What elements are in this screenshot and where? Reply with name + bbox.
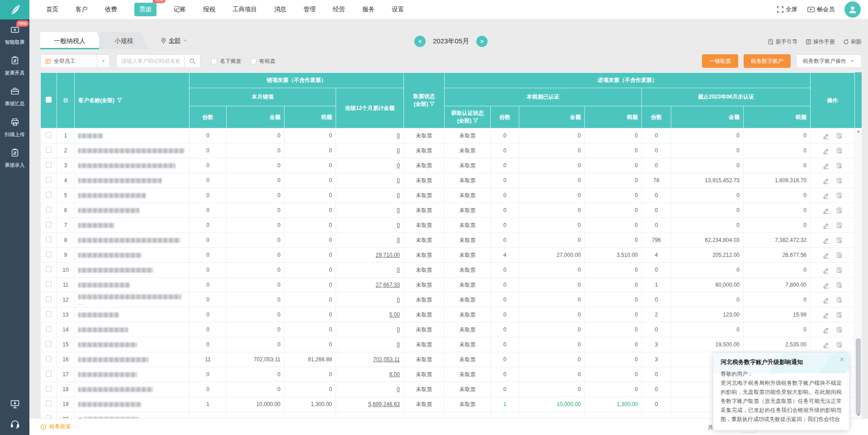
cell-cumulative-12m-link[interactable]: 0 — [336, 233, 404, 248]
sidebar-item-3[interactable]: 票据汇总 — [0, 81, 29, 112]
cell-cumulative-12m-link[interactable]: 0 — [336, 382, 404, 397]
cell-cumulative-12m-link[interactable]: 0 — [336, 263, 404, 278]
prev-month-button[interactable]: < — [414, 36, 426, 47]
cell-cumulative-12m-link[interactable]: 0 — [336, 293, 404, 307]
row-checkbox[interactable] — [41, 158, 57, 173]
checkbox-own-accounts[interactable]: 名下账套 — [211, 57, 242, 65]
sidebar-item-2[interactable]: 发票开具 — [0, 50, 29, 81]
menu-item-4[interactable]: 票据new — [134, 3, 157, 16]
customer-name-cell[interactable] — [75, 278, 190, 293]
view-invoice-icon[interactable] — [836, 222, 843, 229]
guide-link[interactable]: 新手引导 — [768, 38, 797, 46]
customer-name-cell[interactable] — [75, 322, 190, 337]
app-logo[interactable] — [0, 0, 29, 19]
row-checkbox[interactable] — [41, 173, 57, 188]
customer-name-cell[interactable] — [75, 367, 190, 382]
filter-funnel-icon[interactable] — [430, 101, 435, 106]
edit-icon[interactable] — [823, 132, 830, 139]
row-checkbox[interactable] — [41, 397, 57, 412]
row-checkbox[interactable] — [41, 307, 57, 322]
row-checkbox[interactable] — [41, 367, 57, 382]
search-button[interactable] — [184, 54, 200, 68]
customer-search-input[interactable] — [116, 54, 184, 68]
sidebar-item-4[interactable]: 扫描上传 — [0, 112, 29, 142]
menu-item-12[interactable]: 设置 — [392, 5, 404, 14]
cell-cumulative-12m-link[interactable]: 0 — [336, 337, 404, 352]
scrollbar-thumb[interactable] — [856, 338, 861, 415]
customer-name-cell[interactable] — [75, 248, 190, 263]
cell-cumulative-12m-link[interactable]: 5,699,246.63 — [336, 397, 404, 412]
customer-name-cell[interactable] — [75, 188, 190, 203]
customer-name-cell[interactable] — [75, 263, 190, 278]
fullscreen-button[interactable]: 全屏 — [777, 5, 797, 14]
row-checkbox[interactable] — [41, 188, 57, 203]
view-invoice-icon[interactable] — [836, 282, 843, 288]
edit-icon[interactable] — [823, 282, 830, 288]
menu-item-11[interactable]: 服务 — [362, 5, 375, 14]
cell-cumulative-12m-link[interactable]: 0 — [336, 158, 404, 173]
customer-name-cell[interactable] — [75, 337, 190, 352]
employee-select[interactable]: 全部员工 ▼ — [40, 54, 110, 68]
row-checkbox[interactable] — [41, 278, 57, 293]
row-checkbox[interactable] — [41, 143, 57, 158]
edit-icon[interactable] — [823, 252, 830, 259]
column-settings-gear[interactable]: ⚙ — [57, 73, 75, 128]
view-invoice-icon[interactable] — [836, 237, 843, 244]
menu-item-1[interactable]: 首页 — [46, 5, 58, 14]
menu-item-5[interactable]: 记账 — [174, 5, 186, 14]
edit-icon[interactable] — [823, 237, 830, 244]
row-checkbox[interactable] — [41, 203, 57, 218]
edit-icon[interactable] — [823, 222, 830, 229]
row-checkbox[interactable] — [41, 263, 57, 278]
row-checkbox[interactable] — [41, 337, 57, 352]
customer-name-cell[interactable]: … — [75, 293, 190, 307]
scroll-down-arrow[interactable]: ▼ — [855, 412, 862, 418]
scrollbar-track[interactable]: ▲ ▼ — [854, 128, 862, 418]
view-invoice-icon[interactable] — [836, 177, 843, 184]
cell-cumulative-12m-link[interactable]: 0 — [336, 218, 404, 233]
customer-name-cell[interactable] — [75, 382, 190, 397]
menu-item-7[interactable]: 工商项目 — [232, 5, 257, 14]
edit-icon[interactable] — [823, 177, 830, 184]
cell-cumulative-12m-link[interactable]: 27,667.33 — [336, 278, 404, 293]
one-click-fetch-button[interactable]: 一键取票 — [702, 54, 738, 68]
menu-item-2[interactable]: 客户 — [76, 5, 88, 14]
cell-cumulative-12m-link[interactable]: 0 — [336, 128, 404, 143]
filter-funnel-icon[interactable] — [117, 98, 122, 103]
customer-name-cell[interactable] — [75, 128, 190, 143]
edit-icon[interactable] — [823, 312, 830, 318]
customer-name-cell[interactable] — [75, 218, 190, 233]
client-download-button[interactable] — [0, 399, 29, 411]
customer-name-cell[interactable] — [75, 143, 190, 158]
cell-cumulative-12m-link[interactable]: 0 — [336, 188, 404, 203]
tax-policy-link[interactable]: 税务政策 — [40, 423, 71, 430]
edit-icon[interactable] — [823, 162, 830, 169]
cell-cumulative-12m-link[interactable]: 0 — [336, 322, 404, 337]
row-checkbox[interactable] — [41, 218, 57, 233]
member-button[interactable]: 畅会员 — [807, 5, 835, 14]
edit-icon[interactable] — [823, 326, 830, 333]
menu-item-10[interactable]: 经营 — [333, 5, 345, 14]
cell-cumulative-12m-link[interactable]: 29,710.00 — [336, 248, 404, 263]
next-month-button[interactable]: > — [476, 36, 488, 47]
customer-name-cell[interactable] — [75, 397, 190, 412]
edit-icon[interactable] — [823, 147, 830, 154]
support-button[interactable] — [0, 419, 29, 431]
filter-funnel-icon[interactable] — [473, 118, 478, 123]
view-invoice-icon[interactable] — [836, 341, 843, 348]
refresh-link[interactable]: 刷新 — [843, 38, 862, 46]
customer-name-cell[interactable] — [75, 158, 190, 173]
customer-name-cell[interactable] — [75, 233, 190, 248]
tax-account-ops-dropdown[interactable]: 税务数字账户操作 ▼ — [796, 54, 862, 68]
edit-icon[interactable] — [823, 341, 830, 348]
view-invoice-icon[interactable] — [836, 297, 843, 303]
sidebar-item-5[interactable]: 票据录入 — [0, 142, 29, 173]
customer-name-cell[interactable] — [75, 412, 190, 419]
customer-name-cell[interactable] — [75, 173, 190, 188]
view-invoice-icon[interactable] — [836, 132, 843, 139]
row-checkbox[interactable] — [41, 248, 57, 263]
sidebar-item-1[interactable]: 智能取票new — [0, 19, 29, 50]
view-invoice-icon[interactable] — [836, 147, 843, 154]
menu-item-3[interactable]: 收费 — [105, 5, 117, 14]
popup-close-icon[interactable]: ✕ — [839, 356, 844, 363]
